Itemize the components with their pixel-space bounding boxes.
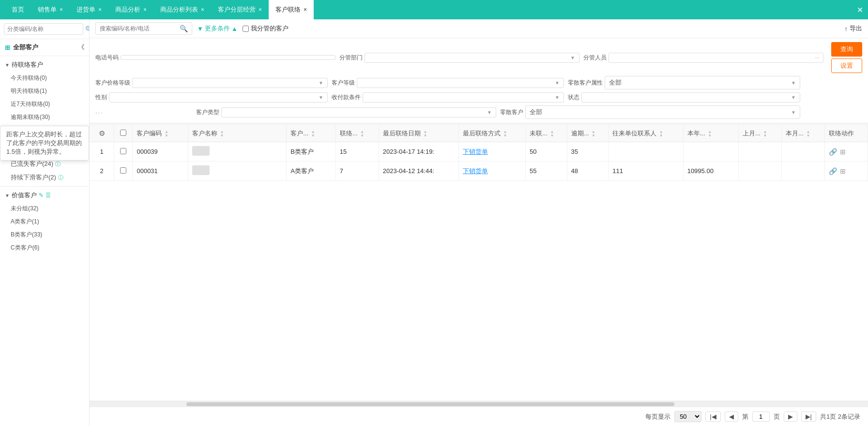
row2-unread: 55 [525,162,567,181]
sidebar-item-b-class[interactable]: B类客户(33) [0,228,89,241]
top-nav: 首页 销售单 × 进货单 × 商品分析 × 商品分析列表 × 客户分层经营 × … [0,0,868,19]
phone-input[interactable] [121,55,335,60]
sidebar-item-tomorrow[interactable]: 明天待联络(1) [0,85,89,98]
table-header-row: ⚙ 客户编码 ▲▼ 客户名称 ▲▼ [90,125,868,142]
edit-icon[interactable]: ✎ [39,192,44,199]
zero-customer-select[interactable]: 全部 ▼ [525,105,800,119]
row2-overdue: 48 [567,162,609,181]
my-customers-checkbox-label[interactable]: 我分管的客户 [243,24,289,33]
phone-label: 电话号码 [95,54,119,62]
nav-purchase[interactable]: 进货单 × [70,0,108,19]
nav-home[interactable]: 首页 [5,0,31,19]
row2-method-link[interactable]: 下销货单 [463,167,488,175]
sidebar-item-7days[interactable]: 近7天待联络(0) [0,98,89,111]
sidebar-collapse-icon[interactable]: 《 [78,43,84,52]
close-product-list-icon[interactable]: × [201,6,204,13]
zero-attr-label: 零散客户属性 [568,79,603,87]
close-customer-mgmt-icon[interactable]: × [259,6,262,13]
customer-level-select[interactable]: ▼ [357,78,564,88]
page-suffix: 页 [774,412,780,421]
price-level-select[interactable]: ▼ [132,78,328,88]
sidebar-item-today[interactable]: 今天待联络(0) [0,72,89,85]
pending-contact-section: ▼ 待联络客户 今天待联络(0) 明天待联络(1) 近7天待联络(0) 逾期未联… [0,56,89,126]
sort-unread-icon: ▲▼ [550,130,554,138]
page-input[interactable] [752,411,770,422]
list-icon[interactable]: ☰ [46,192,51,199]
close-product-analysis-icon[interactable]: × [143,6,147,13]
row2-check[interactable] [114,162,133,181]
sort-date-icon: ▲▼ [423,130,427,138]
sidebar-item-declining[interactable]: 持续下滑客户(2) ⓘ [0,171,89,184]
next-page-btn[interactable]: ▶ [784,411,797,422]
close-customer-contact-icon[interactable]: × [304,6,307,13]
more-dots[interactable]: ··· [95,109,104,116]
th-settings: ⚙ [90,125,114,142]
select-all-checkbox[interactable] [120,130,126,136]
gear-icon[interactable]: ⚙ [99,129,105,137]
sidebar-item-c-class[interactable]: C类客户(6) [0,241,89,254]
settings-button[interactable]: 设置 [831,59,862,73]
row2-checkbox[interactable] [120,167,126,174]
last-page-btn[interactable]: ▶| [801,411,816,422]
filter-search-input[interactable] [100,25,180,32]
query-button[interactable]: 查询 [831,42,862,57]
row2-link-icon[interactable]: 🔗 [829,167,837,175]
nav-product-list[interactable]: 商品分析列表 × [153,0,211,19]
dept-select[interactable]: ▼ [365,53,579,63]
row2-avatar [192,165,210,175]
payment-select[interactable]: ▼ [363,92,564,103]
close-sales-icon[interactable]: × [60,6,63,13]
zero-customer-segment: 零散客户 全部 ▼ [500,105,800,119]
sidebar-item-overdue[interactable]: 逾期未联络(30) [0,111,89,124]
sidebar-item-ungrouped[interactable]: 未分组(32) [0,202,89,215]
close-purchase-icon[interactable]: × [98,6,102,13]
row1-link-icon[interactable]: 🔗 [829,148,837,156]
first-page-btn[interactable]: |◀ [705,411,720,422]
payment-arrow-icon: ▼ [555,95,560,100]
nav-product-analysis[interactable]: 商品分析 × [108,0,153,19]
row1-unread: 50 [525,142,567,162]
gender-arrow-icon: ▼ [319,95,323,100]
nav-window-close[interactable]: ✕ [857,5,863,15]
sidebar-search-input[interactable] [4,23,83,35]
horizontal-scrollbar[interactable] [90,401,868,407]
filter-search-wrap: 🔍 [95,22,192,35]
gender-select[interactable]: ▼ [109,92,328,103]
sidebar-all-customers[interactable]: ⊞ 全部客户 《 [0,39,89,56]
export-btn[interactable]: ↑ 导出 [845,24,863,33]
per-page-select[interactable]: 50 100 [674,411,701,422]
row1-action-icons: 🔗 ⊞ [829,148,864,156]
sidebar-item-a-class[interactable]: A类客户(1) [0,215,89,228]
customer-type-label: 客户类型 [196,108,219,117]
person-select[interactable]: ··· [609,53,823,63]
price-level-segment: 客户价格等级 ▼ [95,78,328,88]
pending-contact-title[interactable]: ▼ 待联络客户 [0,58,89,72]
row2-grid-icon[interactable]: ⊞ [840,167,846,175]
sidebar-search-icon[interactable]: 🔍 [85,26,90,33]
row2-actions: 🔗 ⊞ [824,162,868,181]
nav-customer-contact[interactable]: 客户联络 × [269,0,314,19]
zero-attr-segment: 零散客户属性 全部 ▼ [568,76,800,89]
customer-type-select[interactable]: ▼ [221,107,496,118]
row1-check[interactable] [114,142,133,162]
zero-attr-select[interactable]: 全部 ▼ [605,76,800,89]
status-select[interactable]: ▼ [581,92,800,103]
filter-more-btn[interactable]: ▼ 更多条件 ▲ [197,24,238,33]
th-company-contact: 往来单位联系人 ▲▼ [609,125,683,142]
sort-method-icon: ▲▼ [503,130,507,138]
row1-grid-icon[interactable]: ⊞ [840,148,846,156]
row1-method-link[interactable]: 下销货单 [463,148,488,155]
nav-sales[interactable]: 销售单 × [31,0,70,19]
advanced-filter: 电话号码 分管部门 ▼ 分管人员 ··· [90,38,868,123]
th-unread: 未联... ▲▼ [525,125,567,142]
my-customers-checkbox[interactable] [243,26,249,32]
nav-customer-mgmt[interactable]: 客户分层经营 × [211,0,269,19]
adv-filter-row4: ··· 客户类型 ▼ 零散客户 全部 ▼ [95,105,862,119]
row1-checkbox[interactable] [120,148,126,154]
scrollbar-thumb[interactable] [186,402,674,406]
value-customers-title[interactable]: ▼ 价值客户 ✎ ☰ [0,189,89,202]
filter-search-icon[interactable]: 🔍 [180,25,188,32]
data-table: ⚙ 客户编码 ▲▼ 客户名称 ▲▼ [90,125,868,181]
arrow-down-icon: ▼ [5,62,10,68]
prev-page-btn[interactable]: ◀ [725,411,738,422]
